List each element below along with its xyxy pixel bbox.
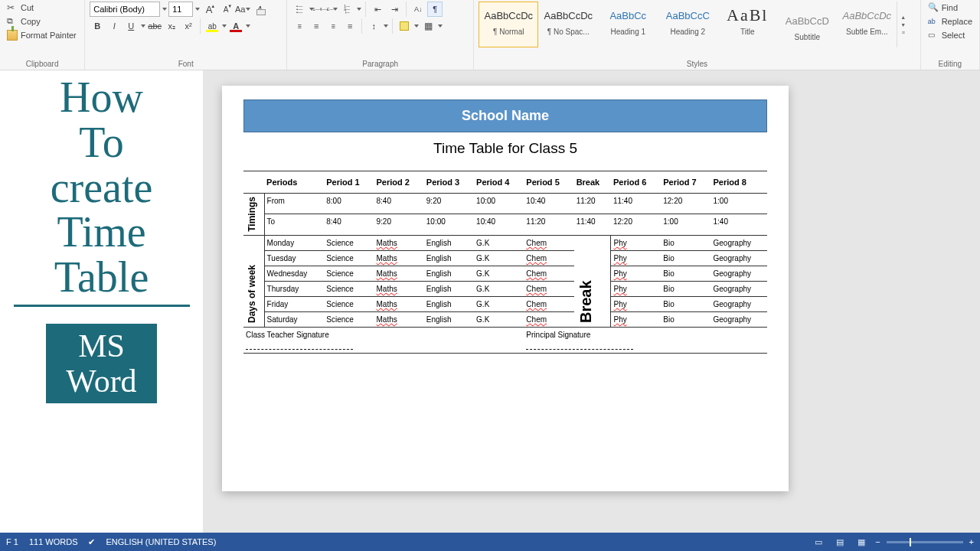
show-paragraph-marks-button[interactable] xyxy=(427,2,443,17)
zoom-in-button[interactable]: + xyxy=(969,537,974,546)
clipboard-group-label: Clipboard xyxy=(5,58,80,70)
overlay-line: Time xyxy=(57,210,145,255)
italic-button[interactable]: I xyxy=(106,18,122,34)
cut-label: Cut xyxy=(21,3,34,12)
justify-button[interactable] xyxy=(342,18,358,34)
find-label: Find xyxy=(942,3,958,12)
shading-caret-icon[interactable] xyxy=(414,24,419,28)
overlay-badge-line: Word xyxy=(66,364,136,399)
copy-icon xyxy=(7,16,18,27)
style-subtle-em-[interactable]: AaBbCcDcSubtle Em... xyxy=(837,2,897,47)
copy-button[interactable]: Copy xyxy=(5,15,80,28)
overlay-divider xyxy=(14,305,190,307)
paragraph-group-label: Paragraph xyxy=(292,58,469,70)
subscript-button[interactable]: x xyxy=(164,18,179,34)
principal-signature: Principal Signature xyxy=(524,327,767,353)
break-label: Break xyxy=(574,235,611,327)
font-name-caret-icon[interactable] xyxy=(162,8,167,11)
page[interactable]: School Name Time Table for Class 5 Perio… xyxy=(222,86,789,491)
style-name-label: Subtle Em... xyxy=(842,28,891,36)
days-of-week-label: Days of week xyxy=(243,235,264,327)
group-paragraph: Paragraph xyxy=(287,0,474,70)
style-name-label: ¶ Normal xyxy=(484,28,533,36)
group-editing: Find Replace Select Editing xyxy=(921,0,980,70)
numbering-button[interactable] xyxy=(315,2,331,17)
style-preview: AaBbCcD xyxy=(778,10,836,31)
borders-button[interactable] xyxy=(420,18,436,34)
style-subtitle[interactable]: AaBbCcDSubtitle xyxy=(777,2,837,47)
find-icon xyxy=(928,2,939,13)
style-name-label: Heading 2 xyxy=(663,28,712,36)
font-color-button[interactable] xyxy=(228,18,243,34)
underline-button[interactable]: U xyxy=(123,18,139,34)
zoom-slider[interactable] xyxy=(887,541,963,543)
highlight-caret-icon[interactable] xyxy=(222,24,227,28)
underline-caret-icon[interactable] xyxy=(141,24,145,28)
bullets-button[interactable] xyxy=(292,2,307,17)
zoom-out-button[interactable]: − xyxy=(875,537,880,546)
font-size-caret-icon[interactable] xyxy=(195,8,200,11)
style-heading-1[interactable]: AaBbCcHeading 1 xyxy=(598,2,658,47)
decrease-indent-button[interactable] xyxy=(370,2,385,17)
brush-icon xyxy=(7,30,18,41)
sort-button[interactable] xyxy=(410,2,426,17)
style-preview: AaBbCc xyxy=(603,5,652,26)
shading-button[interactable] xyxy=(397,18,412,34)
group-styles: AaBbCcDc¶ NormalAaBbCcDc¶ No Spac...AaBb… xyxy=(474,0,920,70)
line-spacing-caret-icon[interactable] xyxy=(384,24,388,28)
select-button[interactable]: Select xyxy=(926,29,975,41)
highlight-button[interactable] xyxy=(204,18,220,34)
teacher-signature: Class Teacher Signature xyxy=(243,327,524,353)
video-title-overlay: How To create Time Table MS Word xyxy=(0,70,203,533)
multilevel-list-button[interactable] xyxy=(339,2,354,17)
change-case-button[interactable] xyxy=(235,2,250,17)
read-mode-button[interactable]: ▭ xyxy=(811,536,826,548)
line-spacing-button[interactable] xyxy=(366,18,381,34)
style--normal[interactable]: AaBbCcDc¶ Normal xyxy=(479,2,538,47)
print-layout-button[interactable]: ▤ xyxy=(832,536,848,548)
replace-label: Replace xyxy=(942,17,972,26)
status-language[interactable]: ENGLISH (UNITED STATES) xyxy=(106,537,216,547)
superscript-button[interactable]: x xyxy=(181,18,196,34)
grow-font-button[interactable] xyxy=(201,2,217,17)
styles-gallery-more[interactable]: ▲▼≡ xyxy=(897,2,909,47)
style-heading-2[interactable]: AaBbCcCHeading 2 xyxy=(658,2,717,47)
increase-indent-button[interactable] xyxy=(387,2,402,17)
styles-gallery: AaBbCcDc¶ NormalAaBbCcDc¶ No Spac...AaBb… xyxy=(479,2,915,47)
multilevel-caret-icon[interactable] xyxy=(357,8,361,11)
group-font: B I U abc x x Font xyxy=(85,0,287,70)
find-button[interactable]: Find xyxy=(926,2,975,14)
font-size-input[interactable] xyxy=(168,2,193,17)
select-label: Select xyxy=(942,31,965,40)
format-painter-button[interactable]: Format Painter xyxy=(5,29,80,41)
timetable: PeriodsPeriod 1Period 2Period 3Period 4P… xyxy=(243,171,767,354)
style--no-spac-[interactable]: AaBbCcDc¶ No Spac... xyxy=(538,2,598,47)
align-right-button[interactable] xyxy=(325,18,341,34)
style-name-label: Subtitle xyxy=(778,33,836,41)
status-words[interactable]: 111 WORDS xyxy=(29,537,78,547)
status-proof-icon[interactable]: ✔ xyxy=(88,537,95,547)
style-preview: AaBbCcDc xyxy=(484,5,533,26)
overlay-badge: MS Word xyxy=(46,324,156,403)
font-color-caret-icon[interactable] xyxy=(246,24,250,28)
shrink-font-button[interactable] xyxy=(218,2,234,17)
align-left-button[interactable] xyxy=(292,18,307,34)
bold-button[interactable]: B xyxy=(90,18,105,34)
editing-group-label: Editing xyxy=(926,58,975,70)
chevron-down-icon xyxy=(246,8,250,11)
clear-formatting-button[interactable] xyxy=(252,2,267,17)
ribbon: Cut Copy Format Painter Clipboard B I U xyxy=(0,0,980,70)
borders-caret-icon[interactable] xyxy=(438,24,443,28)
web-layout-button[interactable]: ▦ xyxy=(854,536,869,548)
replace-button[interactable]: Replace xyxy=(926,15,975,28)
strikethrough-button[interactable]: abc xyxy=(147,18,162,34)
status-page[interactable]: F 1 xyxy=(6,537,18,547)
styles-group-label: Styles xyxy=(479,58,915,70)
style-name-label: Title xyxy=(723,28,772,36)
select-icon xyxy=(928,30,939,41)
cut-button[interactable]: Cut xyxy=(5,2,80,14)
style-title[interactable]: AaBlTitle xyxy=(717,2,777,47)
align-center-button[interactable] xyxy=(309,18,324,34)
overlay-badge-line: MS xyxy=(78,328,125,364)
font-name-input[interactable] xyxy=(90,2,160,17)
